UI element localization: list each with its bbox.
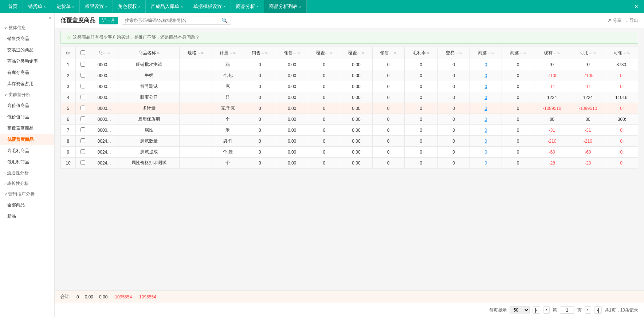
share-button[interactable]: ↗ 分享 [608, 17, 621, 24]
date-badge[interactable]: 近一月 [99, 17, 118, 24]
table-cell[interactable]: 0 [470, 114, 502, 125]
sidebar-item-all-goods[interactable]: 全部商品 [0, 199, 54, 211]
sidebar-item-traded-goods[interactable]: 交易过的商品 [0, 44, 54, 56]
table-cell[interactable]: 0 [470, 136, 502, 147]
nav-tab-home[interactable]: 首页 [3, 0, 23, 13]
sidebar-section-marketing[interactable]: ∨ 营销推广分析 [0, 189, 54, 199]
col-browse2[interactable]: 浏览...⇅ [502, 47, 534, 59]
table-cell[interactable]: 0 [470, 158, 502, 169]
first-page-button[interactable]: |‹ [533, 306, 540, 314]
col-sales-qty[interactable]: 销售...⇅ [244, 47, 276, 59]
sidebar-item-stock-capital[interactable]: 库存资金占用 [0, 78, 54, 90]
col-browse1[interactable]: 浏览...⇅ [470, 47, 502, 59]
sidebar-section-circulation[interactable]: › 流通性分析 [0, 168, 54, 178]
table-cell: 0 [244, 81, 276, 92]
table-cell[interactable]: 0 [470, 125, 502, 136]
chevron-right-icon: › [4, 182, 5, 186]
sidebar-section-overall[interactable]: ∨ 整体信息 [0, 23, 54, 33]
col-name[interactable]: 商品名称⇅ [118, 47, 180, 59]
sidebar-item-low-coverage[interactable]: 低覆盖度商品 [0, 134, 54, 145]
col-unit[interactable]: 计量...⇅ [212, 47, 244, 59]
col-code[interactable]: 商...⇅ [90, 47, 118, 59]
table-cell[interactable]: 0 [470, 147, 502, 158]
sidebar-section-growth[interactable]: › 成长性分析 [0, 178, 54, 189]
close-icon[interactable]: × [44, 5, 46, 9]
col-cover2[interactable]: 覆盖...⇅ [340, 47, 372, 59]
search-input[interactable] [125, 18, 221, 23]
select-all-checkbox[interactable] [80, 50, 85, 55]
sidebar-item-category-rate[interactable]: 商品分类动销率 [0, 56, 54, 67]
close-icon[interactable]: × [223, 5, 225, 9]
table-cell[interactable] [75, 70, 90, 81]
nav-tab-template[interactable]: 单据模板设置 × [188, 0, 231, 13]
table-cell: 0 [244, 158, 276, 169]
sidebar-item-stocked-goods[interactable]: 有库存商品 [0, 67, 54, 78]
col-cover1[interactable]: 覆盖...⇅ [308, 47, 340, 59]
table-cell: 80 [570, 114, 606, 125]
sidebar-item-high-margin[interactable]: 高毛利商品 [0, 145, 54, 156]
col-sales-rate[interactable]: 销售...⇅ [372, 47, 404, 59]
col-available[interactable]: 可用...⇅ [570, 47, 606, 59]
sidebar-item-high-coverage[interactable]: 高覆盖度商品 [0, 123, 54, 134]
table-cell[interactable] [75, 147, 90, 158]
sidebar-item-low-margin[interactable]: 低毛利商品 [0, 156, 54, 168]
table-row: 60000...启用保质期个00.0000.00000008080360: [61, 114, 638, 125]
col-spec[interactable]: 规格...⇅ [180, 47, 212, 59]
col-gross[interactable]: 毛利率⇅ [404, 47, 437, 59]
nav-tab-roles[interactable]: 角色授权 × [113, 0, 146, 13]
close-icon[interactable]: × [105, 5, 107, 9]
table-cell[interactable]: 0 [470, 81, 502, 92]
sidebar-item-sales-goods[interactable]: 销售类商品 [0, 33, 54, 44]
table-cell[interactable]: 0 [470, 70, 502, 81]
close-icon[interactable]: × [299, 5, 301, 9]
table-cell[interactable] [75, 103, 90, 114]
last-page-button[interactable]: ›| [594, 306, 602, 314]
col-checkbox[interactable] [75, 47, 90, 59]
sidebar-item-high-value[interactable]: 高价值商品 [0, 100, 54, 111]
close-all-button[interactable]: × [631, 3, 641, 11]
per-page-select[interactable]: 50 100 200 [510, 306, 530, 314]
sidebar-section-group[interactable]: ∨ 类群差分析 [0, 90, 54, 100]
table-cell: 0000... [90, 125, 118, 136]
table-cell: 个,袋 [212, 147, 244, 158]
close-icon[interactable]: × [256, 5, 259, 9]
close-icon[interactable]: × [72, 5, 74, 9]
table-cell[interactable] [75, 81, 90, 92]
table-cell[interactable] [75, 136, 90, 147]
nav-tab-permissions[interactable]: 权限设置 × [80, 0, 113, 13]
export-button[interactable]: ↓ 导出 [626, 17, 638, 24]
table-cell[interactable] [75, 59, 90, 70]
table-cell: 9 [61, 147, 76, 158]
col-setting[interactable]: ⚙ [61, 47, 76, 59]
prev-page-button[interactable]: ‹ [543, 306, 550, 314]
col-sales-amt[interactable]: 销售...⇅ [276, 47, 308, 59]
table-cell[interactable]: 0 [470, 103, 502, 114]
nav-tab-purchase[interactable]: 进货单 × [51, 0, 80, 13]
table-cell[interactable]: 0 [470, 92, 502, 103]
table-cell: 1224 [570, 92, 606, 103]
table-cell[interactable] [75, 125, 90, 136]
table-cell: -210 [534, 136, 570, 147]
sidebar-item-low-value[interactable]: 低价值商品 [0, 111, 54, 123]
nav-tab-analysis[interactable]: 商品分析 × [231, 0, 264, 13]
close-icon[interactable]: × [138, 5, 141, 9]
table-cell[interactable] [75, 158, 90, 169]
sidebar-item-new-goods[interactable]: 新品 [0, 211, 54, 222]
next-page-button[interactable]: › [585, 306, 591, 314]
close-icon[interactable]: × [181, 5, 183, 9]
search-icon[interactable]: 🔍 [221, 17, 228, 23]
nav-tab-sales[interactable]: 销货单 × [23, 0, 51, 13]
table-cell: 360: [606, 114, 638, 125]
table-row: 50000...多计量克,千克00.0000.0000000-1089510-1… [61, 103, 638, 114]
table-cell[interactable] [75, 114, 90, 125]
col-sellable[interactable]: 可销...⇅ [606, 47, 638, 59]
nav-tab-warehouse[interactable]: 产成品入库单 × [146, 0, 188, 13]
table-cell[interactable] [75, 92, 90, 103]
table-cell: 0 [438, 92, 470, 103]
col-trade[interactable]: 交易...⇅ [438, 47, 470, 59]
sidebar-collapse-button[interactable]: « [0, 13, 54, 23]
nav-tab-analysis-list[interactable]: 商品分析列表 × [264, 0, 307, 13]
table-cell[interactable]: 0 [470, 59, 502, 70]
col-current[interactable]: 现有...⇅ [534, 47, 570, 59]
page-input[interactable] [560, 306, 574, 314]
